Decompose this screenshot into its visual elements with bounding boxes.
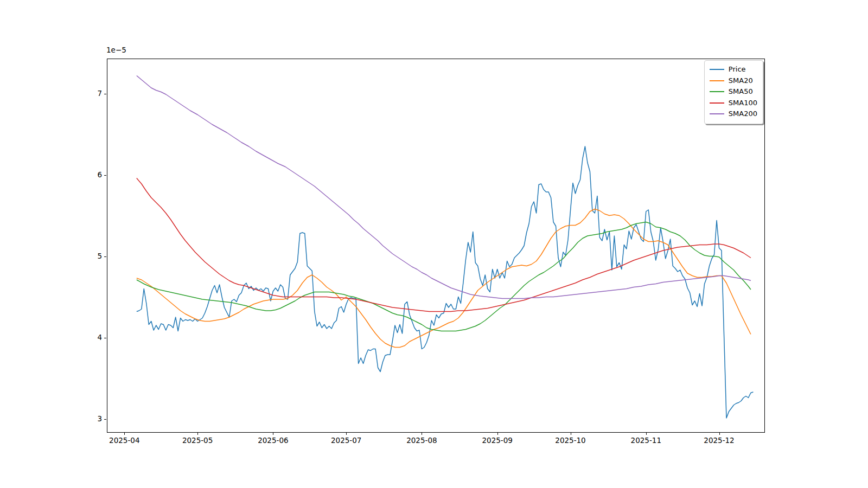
x-tick-mark bbox=[646, 433, 647, 435]
legend-entry-price: Price bbox=[710, 64, 757, 75]
y-tick-mark bbox=[104, 175, 106, 176]
legend-label: SMA20 bbox=[729, 75, 753, 87]
x-tick-label: 2025-06 bbox=[258, 436, 288, 445]
series-line-price bbox=[137, 146, 754, 418]
x-tick-mark bbox=[124, 433, 125, 435]
legend-entry-sma20: SMA20 bbox=[710, 75, 757, 87]
legend-label: Price bbox=[729, 64, 746, 75]
legend-label: SMA50 bbox=[729, 86, 753, 98]
y-tick-label: 5 bbox=[80, 252, 102, 260]
x-tick-mark bbox=[346, 433, 347, 435]
x-tick-label: 2025-05 bbox=[182, 436, 213, 445]
x-tick-mark bbox=[197, 433, 198, 435]
y-tick-label: 4 bbox=[80, 333, 102, 342]
series-line-sma50 bbox=[137, 222, 751, 331]
x-tick-mark bbox=[497, 433, 498, 435]
x-tick-label: 2025-07 bbox=[331, 436, 361, 445]
legend-line-swatch bbox=[710, 91, 724, 92]
x-tick-label: 2025-04 bbox=[109, 436, 139, 445]
legend-line-swatch bbox=[710, 69, 724, 70]
y-tick-label: 6 bbox=[80, 170, 102, 179]
y-tick-mark bbox=[104, 338, 106, 338]
x-tick-label: 2025-08 bbox=[406, 436, 437, 445]
y-axis-offset-label: 1e−5 bbox=[106, 46, 126, 54]
chart-canvas bbox=[107, 59, 765, 433]
figure: 1e−5 2025-042025-052025-062025-072025-08… bbox=[0, 0, 868, 488]
x-tick-mark bbox=[422, 433, 422, 435]
series-line-sma200 bbox=[137, 76, 751, 299]
legend-label: SMA200 bbox=[729, 108, 757, 120]
x-tick-label: 2025-11 bbox=[631, 436, 661, 445]
x-tick-mark bbox=[273, 433, 273, 435]
legend-line-swatch bbox=[710, 80, 724, 81]
legend-label: SMA100 bbox=[729, 98, 757, 109]
legend-line-swatch bbox=[710, 102, 724, 104]
x-tick-label: 2025-10 bbox=[555, 436, 585, 445]
y-tick-label: 3 bbox=[80, 414, 102, 423]
y-tick-mark bbox=[104, 94, 106, 94]
legend-entry-sma50: SMA50 bbox=[710, 86, 757, 98]
series-line-sma20 bbox=[137, 209, 751, 348]
legend-line-swatch bbox=[710, 113, 724, 114]
x-tick-label: 2025-09 bbox=[482, 436, 512, 445]
legend-entry-sma200: SMA200 bbox=[710, 108, 757, 120]
x-tick-mark bbox=[571, 433, 571, 435]
y-tick-mark bbox=[104, 256, 106, 257]
y-tick-label: 7 bbox=[80, 89, 102, 98]
legend-entry-sma100: SMA100 bbox=[710, 98, 757, 109]
x-tick-mark bbox=[719, 433, 720, 435]
y-tick-mark bbox=[104, 419, 106, 420]
legend: PriceSMA20SMA50SMA100SMA200 bbox=[704, 60, 763, 124]
x-tick-label: 2025-12 bbox=[704, 436, 734, 445]
